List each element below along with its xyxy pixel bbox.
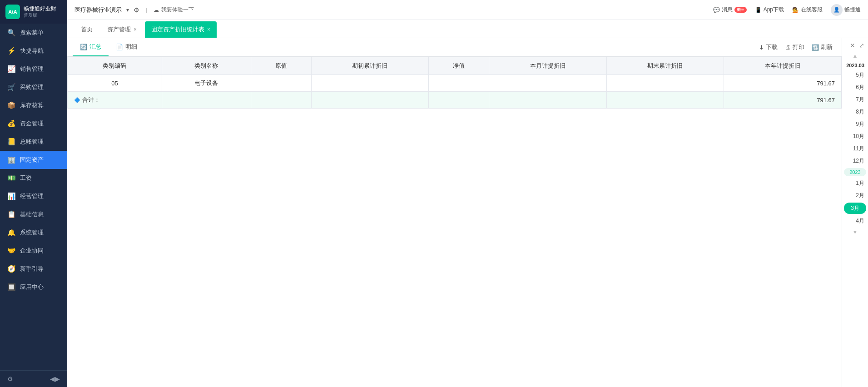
total-initial-accum [311,92,429,109]
date-month-3-active[interactable]: 3月 [844,203,866,214]
refresh-button[interactable]: 🔃 刷新 [812,43,833,51]
user-action[interactable]: 👤 畅捷通 [831,4,861,16]
date-month-1[interactable]: 1月 [842,177,868,189]
col-code: 类别编码 [68,57,162,75]
app-download-action[interactable]: 📱 App下载 [755,6,784,14]
online-service-action[interactable]: 💁 在线客服 [792,6,823,14]
sidebar-logo: AtA [5,5,20,19]
total-end-accum [606,92,724,109]
sidebar-item-search[interactable]: 🔍 搜索菜单 [0,24,67,42]
avatar: 👤 [831,4,843,16]
sidebar-app-title: 畅捷通好业财 [24,5,56,13]
sidebar-item-basic-info[interactable]: 📋 基础信息 [0,205,67,223]
inner-tabbar: 🔄 汇总 📄 明细 ⬇ 下载 🖨 打印 [67,38,842,57]
sidebar-item-label: 经营管理 [20,192,44,200]
message-action[interactable]: 💬 消息 99+ [713,6,747,14]
sidebar-item-guide[interactable]: 🧭 新手引导 [0,260,67,278]
sidebar-item-enterprise[interactable]: 🤝 企业协同 [0,242,67,260]
cell-end-accum [606,75,724,92]
sidebar-item-label: 企业协同 [20,247,44,255]
sales-icon: 📈 [7,65,15,73]
date-month-10[interactable]: 10月 [842,130,868,143]
total-name [162,92,251,109]
sidebar-header: AtA 畅捷通好业财 普及版 [0,0,67,24]
date-year-label[interactable]: 2023.03 [842,61,868,69]
sidebar-item-quick-nav[interactable]: ⚡ 快捷导航 [0,42,67,60]
sidebar-item-label: 搜索菜单 [20,29,44,37]
sidebar-item-inventory[interactable]: 📦 库存核算 [0,96,67,114]
enterprise-icon: 🤝 [7,247,15,255]
date-month-8[interactable]: 8月 [842,106,868,118]
sidebar-item-purchase[interactable]: 🛒 采购管理 [0,78,67,96]
tab-home[interactable]: 首页 [74,21,99,38]
total-month-deprec [489,92,607,109]
page-content: 🔄 汇总 📄 明细 ⬇ 下载 🖨 打印 [67,38,868,387]
inner-tab-detail[interactable]: 📄 明细 [109,38,144,56]
inventory-icon: 📦 [7,101,15,109]
company-dropdown-icon[interactable]: ▾ [126,7,129,13]
download-icon: 📱 [755,7,762,13]
table-header-row: 类别编码 类别名称 原值 期初累计折旧 净值 本月计提折旧 期末累计折旧 本年计… [68,57,842,75]
download-button[interactable]: ⬇ 下载 [759,43,778,51]
panel-close-button[interactable]: ✕ [849,41,856,50]
ledger-icon: 📒 [7,138,15,146]
tab-asset-mgmt[interactable]: 资产管理 × [101,21,143,38]
cell-initial-accum [311,75,429,92]
quick-nav-icon: ⚡ [7,47,15,55]
tab-fixed-asset-depreciation[interactable]: 固定资产折旧统计表 × [145,21,217,38]
sidebar-item-label: 应用中心 [20,283,44,291]
experience-button[interactable]: ☁ 我要体验一下 [154,6,194,14]
date-month-9[interactable]: 9月 [842,118,868,130]
col-name: 类别名称 [162,57,251,75]
sidebar-item-ledger[interactable]: 📒 总账管理 [0,133,67,151]
date-month-4[interactable]: 4月 [842,215,868,227]
date-month-5[interactable]: 5月 [842,69,868,81]
settings-icon[interactable]: ⚙ [7,375,13,382]
table-row: 05 电子设备 791.67 [68,75,842,92]
panel-expand-button[interactable]: ⤢ [858,41,865,50]
date-year-active[interactable]: 2023 [844,168,866,176]
date-nav-up[interactable]: ▲ [842,51,868,61]
tabbar: 首页 资产管理 × 固定资产折旧统计表 × [67,20,868,38]
sidebar-item-system[interactable]: 🔔 系统管理 [0,223,67,242]
table-container: 类别编码 类别名称 原值 期初累计折旧 净值 本月计提折旧 期末累计折旧 本年计… [67,57,842,109]
cell-name: 电子设备 [162,75,251,92]
depreciation-table: 类别编码 类别名称 原值 期初累计折旧 净值 本月计提折旧 期末累计折旧 本年计… [67,57,842,109]
asset-mgmt-close-icon[interactable]: × [134,26,137,33]
download-label: 下载 [766,43,778,51]
sidebar-item-fixed-asset[interactable]: 🏢 固定资产 [0,151,67,169]
tab-close-icon[interactable]: × [207,26,210,33]
right-panel-header: ✕ ⤢ [842,38,868,50]
sidebar-item-app-center[interactable]: 🔲 应用中心 [0,278,67,296]
sidebar-item-sales[interactable]: 📈 销售管理 [0,60,67,78]
sidebar-item-label: 库存核算 [20,101,44,109]
sidebar-item-operations[interactable]: 📊 经营管理 [0,187,67,205]
purchase-icon: 🛒 [7,83,15,91]
sidebar-item-fund[interactable]: 💰 资金管理 [0,114,67,133]
search-icon: 🔍 [7,29,15,37]
detail-tab-icon: 📄 [116,44,123,50]
sidebar-item-payroll[interactable]: 💵 工资 [0,169,67,187]
guide-icon: 🧭 [7,265,15,273]
date-month-6[interactable]: 6月 [842,81,868,94]
date-month-12[interactable]: 12月 [842,155,868,167]
print-button[interactable]: 🖨 打印 [785,43,804,51]
right-panel: ✕ ⤢ ▲ 2023.03 5月 6月 7月 8月 9月 10月 11月 12月 [842,38,868,387]
company-settings-icon[interactable]: ⚙ [134,6,139,14]
refresh-label: 刷新 [821,43,833,51]
col-initial-accum: 期初累计折旧 [311,57,429,75]
topbar-left: 医疗器械行业演示 ▾ ⚙ | ☁ 我要体验一下 [74,6,194,14]
total-year-deprec: 791.67 [724,92,842,109]
inner-tab-summary[interactable]: 🔄 汇总 [73,38,109,56]
payroll-icon: 💵 [7,174,15,182]
sidebar-item-label: 固定资产 [20,156,44,164]
date-nav-down[interactable]: ▼ [842,227,868,237]
date-month-7[interactable]: 7月 [842,94,868,106]
main-area: 医疗器械行业演示 ▾ ⚙ | ☁ 我要体验一下 💬 消息 99+ 📱 App下载… [67,0,868,387]
date-month-11[interactable]: 11月 [842,143,868,155]
date-month-2[interactable]: 2月 [842,189,868,202]
total-expand-icon[interactable]: 🔷 [74,97,80,103]
collapse-sidebar-icon[interactable]: ◀▶ [50,375,60,382]
tab-active-label: 固定资产折旧统计表 [151,25,204,34]
toolbar: ⬇ 下载 🖨 打印 🔃 刷新 [755,41,836,53]
